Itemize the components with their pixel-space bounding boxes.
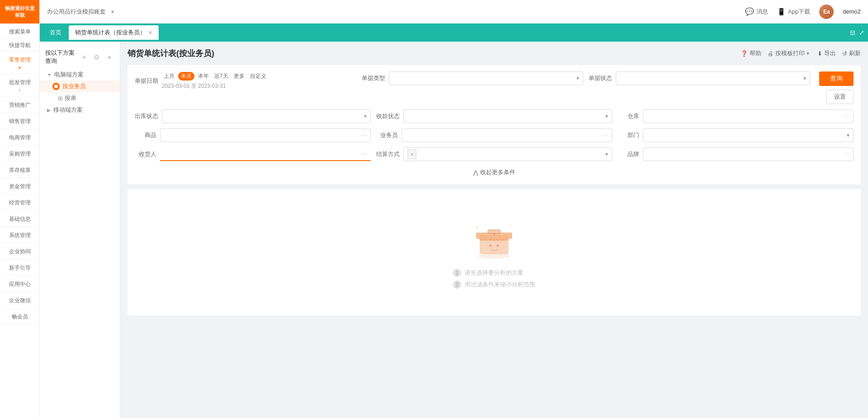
salesperson-control[interactable]: ···: [401, 128, 612, 142]
user-name[interactable]: demo2: [843, 8, 861, 15]
date-tab-custom[interactable]: 自定义: [248, 71, 268, 81]
sidebar-item-inventory[interactable]: 库存核算: [0, 162, 39, 178]
sidebar-item-member[interactable]: 畅会员: [0, 309, 39, 325]
svg-point-7: [496, 244, 499, 247]
brand-control[interactable]: ···: [643, 147, 854, 161]
tab-minimize-icon[interactable]: ⊟: [850, 29, 855, 36]
app-download-action[interactable]: 📱 App下载: [777, 8, 810, 16]
sidebar-item-label: 采购管理: [9, 150, 31, 158]
date-tabs: 上月 本月 本年 近7天 更多 自定义: [162, 71, 356, 81]
help-btn[interactable]: ❓ 帮助: [741, 49, 761, 57]
print-template-btn[interactable]: 🖨 按模板打印: [768, 49, 805, 57]
bill-type-control[interactable]: ▾: [389, 71, 583, 85]
panel-add-btn[interactable]: +: [79, 52, 89, 62]
sidebar: 畅捷通好生意 标版 搜索菜单 快捷导航 零售管理 ▾ 批发管理 ▾ 营销推广 销…: [0, 0, 40, 418]
page-title-actions: ❓ 帮助 🖨 按模板打印 ▾ ⬇ 导出: [741, 49, 861, 57]
date-range-text: 2023-03-01 至 2023-03-31: [162, 82, 356, 90]
user-avatar[interactable]: Ea: [819, 5, 834, 19]
tab-sales-stats-label: 销货单统计表（按业务员）: [75, 28, 146, 37]
settlement-control[interactable]: × ▾: [403, 147, 612, 161]
collect-status-arrow: ▾: [605, 113, 608, 119]
header-title: 办公用品行业模拟账套: [47, 8, 106, 16]
message-action[interactable]: 💬 消息: [745, 7, 768, 16]
tree-item-salesperson[interactable]: 按业务员: [40, 81, 120, 92]
goods-control[interactable]: ···: [160, 128, 371, 142]
filter-section: 单据日期 上月 本月 本年 近7天 更多 自定义 2023-03-01 至 20…: [127, 65, 861, 185]
sidebar-item-label: 应用中心: [9, 280, 31, 288]
sidebar-item-system[interactable]: 系统管理: [0, 227, 39, 243]
tab-expand-icon[interactable]: ⤢: [859, 29, 864, 36]
sidebar-item-finance[interactable]: 资金管理: [0, 178, 39, 195]
date-tab-thismonth[interactable]: 本月: [178, 72, 194, 81]
sidebar-item-label: 企业微信: [9, 297, 31, 304]
tab-close-icon[interactable]: ✕: [148, 30, 152, 36]
sidebar-item-enterprise[interactable]: 企业协同: [0, 243, 39, 260]
sidebar-item-label: 系统管理: [9, 232, 31, 239]
sidebar-item-marketing[interactable]: 营销推广: [0, 97, 39, 113]
print-dropdown-arrow[interactable]: ▾: [805, 51, 811, 57]
content: 按以下方案查询 + ⊙ « ▼ 电脑端方案: [40, 42, 868, 418]
filter-row-1: 单据日期 上月 本月 本年 近7天 更多 自定义 2023-03-01 至 20…: [135, 71, 854, 104]
collect-status-control[interactable]: ▾: [403, 109, 612, 123]
panel-header: 按以下方案查询 + ⊙ «: [40, 46, 120, 69]
receiver-dots: ···: [361, 150, 367, 158]
sidebar-item-appcenter[interactable]: 应用中心: [0, 276, 39, 292]
tree-item-bill[interactable]: ⊞ 按单: [40, 92, 120, 104]
export-btn[interactable]: ⬇ 导出: [817, 49, 836, 57]
date-tab-more[interactable]: 更多: [232, 71, 246, 81]
collapse-arrow-icon: ⋀: [473, 169, 478, 176]
export-label: 导出: [824, 49, 836, 57]
sidebar-item-label: 零售管理: [9, 56, 31, 64]
sidebar-quicknav[interactable]: 快捷导航: [0, 39, 39, 52]
out-status-control[interactable]: ▾: [162, 109, 371, 123]
sidebar-item-retail[interactable]: 零售管理 ▾: [0, 52, 39, 74]
department-arrow: ▾: [847, 132, 849, 138]
header: 办公用品行业模拟账套 ▾ 💬 消息 📱 App下载 Ea demo2: [40, 0, 868, 24]
tree-group-desktop[interactable]: ▼ 电脑端方案: [40, 69, 120, 81]
filter-row-2: 出库状态 ▾ 收款状态 ▾ 仓库: [135, 109, 854, 123]
panel-title: 按以下方案查询: [45, 49, 79, 65]
salesperson-dots: ···: [602, 131, 608, 139]
header-dropdown-icon[interactable]: ▾: [111, 9, 114, 15]
sidebar-item-ecommerce[interactable]: 电商管理: [0, 129, 39, 146]
sidebar-item-operations[interactable]: 经营管理: [0, 195, 39, 211]
brand-label: 品牌: [618, 150, 639, 158]
warehouse-control[interactable]: ···: [643, 109, 854, 123]
date-tab-lastmonth[interactable]: 上月: [162, 71, 176, 81]
sidebar-item-wholesale[interactable]: 批发管理 ▾: [0, 74, 39, 97]
department-control[interactable]: ▾: [643, 128, 854, 142]
query-button[interactable]: 查询: [819, 71, 854, 86]
tree-arrow-mobile: ▶: [47, 108, 51, 113]
department-label: 部门: [618, 131, 639, 139]
sidebar-logo[interactable]: 畅捷通好生意 标版: [0, 0, 39, 24]
sidebar-item-corpwechat[interactable]: 企业微信: [0, 292, 39, 309]
settings-button[interactable]: 设置: [826, 90, 854, 104]
date-tab-7days[interactable]: 近7天: [212, 71, 230, 81]
tree-active-dot: [52, 83, 60, 90]
warehouse-dots: ···: [844, 112, 849, 120]
tab-sales-stats[interactable]: 销货单统计表（按业务员） ✕: [69, 25, 159, 40]
bill-status-control[interactable]: ▾: [616, 71, 810, 85]
settlement-tag-close[interactable]: ×: [410, 152, 413, 157]
tree-group-mobile[interactable]: ▶ 移动端方案: [40, 104, 120, 116]
filter-receiver: 收货人 ···: [135, 147, 371, 161]
filter-goods: 商品 ···: [135, 128, 371, 142]
date-tab-thisyear[interactable]: 本年: [196, 71, 211, 81]
header-left: 办公用品行业模拟账套 ▾: [47, 8, 114, 16]
sidebar-item-label: 企业协同: [9, 248, 31, 256]
sidebar-item-purchase[interactable]: 采购管理: [0, 146, 39, 162]
sidebar-item-basicinfo[interactable]: 基础信息: [0, 211, 39, 227]
out-status-label: 出库状态: [135, 112, 158, 120]
sidebar-item-newbie[interactable]: 新手引导: [0, 260, 39, 276]
collapse-btn[interactable]: ⋀ 收起更多条件: [468, 166, 521, 178]
refresh-btn[interactable]: ↺ 刷新: [842, 49, 861, 57]
panel-collapse-btn[interactable]: «: [104, 52, 114, 62]
receiver-control[interactable]: ···: [160, 147, 371, 161]
results-area: 1 请先选择要分析的方案 2 用过滤条件来缩小分析范围: [127, 189, 861, 316]
filter-warehouse: 仓库 ···: [618, 109, 854, 123]
panel-settings-btn[interactable]: ⊙: [92, 52, 102, 62]
sidebar-item-label: 经营管理: [9, 199, 31, 207]
sidebar-search[interactable]: 搜索菜单: [0, 24, 39, 39]
tab-home[interactable]: 首页: [43, 25, 68, 40]
sidebar-item-sales[interactable]: 销售管理: [0, 113, 39, 129]
